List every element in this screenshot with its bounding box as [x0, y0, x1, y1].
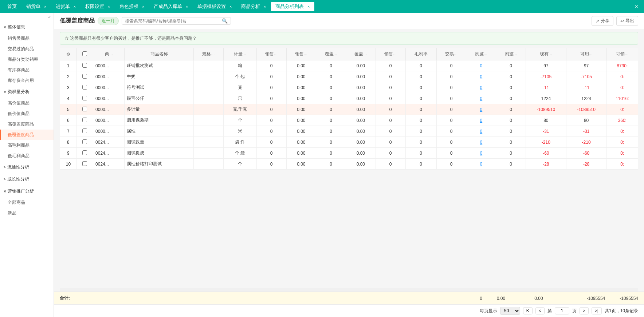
nav-item-permission[interactable]: 权限设置 × [81, 2, 114, 11]
col-coverage2[interactable]: 覆盖... [346, 48, 376, 60]
time-filter-button[interactable]: 近一月 [98, 17, 119, 25]
sidebar-section-growth[interactable]: > 成长性分析 [0, 173, 54, 185]
col-coverage1[interactable]: 覆盖... [316, 48, 346, 60]
row-browse1[interactable]: 0 [466, 104, 496, 115]
col-sale-data[interactable]: 销售... [376, 48, 405, 60]
nav-item-role[interactable]: 角色授权 × [115, 2, 149, 11]
sidebar-item-low-coverage[interactable]: 低覆盖度商品 [0, 130, 54, 140]
row-checkbox[interactable] [76, 104, 93, 115]
sidebar-item-high-value[interactable]: 高价值商品 [0, 98, 54, 108]
row-browse1[interactable]: 0 [466, 159, 496, 170]
nav-item-sales[interactable]: 销货单 × [22, 2, 51, 11]
next-page-button[interactable]: > [580, 307, 589, 314]
row-checkbox[interactable] [76, 126, 93, 137]
nav-item-home[interactable]: 首页 [3, 2, 21, 11]
row-select-checkbox[interactable] [82, 107, 87, 111]
totals-label: 合计: [60, 295, 70, 301]
nav-item-analysis-list[interactable]: 商品分析列表 × [271, 2, 314, 11]
sidebar-section-flow[interactable]: > 流通性分析 [0, 161, 54, 173]
col-available[interactable]: 可用... [566, 48, 606, 60]
last-page-button[interactable]: >| [592, 307, 602, 314]
row-checkbox[interactable] [76, 60, 93, 71]
col-saleable[interactable]: 可销... [606, 48, 638, 60]
row-browse1[interactable]: 0 [466, 148, 496, 159]
page-number-input[interactable] [555, 307, 569, 314]
row-select-checkbox[interactable] [82, 118, 87, 122]
nav-close-template[interactable]: × [229, 4, 232, 9]
sidebar-item-inventory-capital[interactable]: 库存资金占用 [0, 75, 54, 86]
row-checkbox[interactable] [76, 159, 93, 170]
row-available: -210 [566, 137, 606, 148]
col-code[interactable]: 商... [93, 48, 125, 60]
nav-close-permission[interactable]: × [108, 4, 110, 9]
nav-item-template[interactable]: 单据模板设置 × [193, 2, 236, 11]
col-browse2[interactable]: 浏览... [496, 48, 526, 60]
nav-item-purchase[interactable]: 进货单 × [51, 2, 80, 11]
nav-item-analysis[interactable]: 商品分析 × [237, 2, 270, 11]
nav-item-production[interactable]: 产成品入库单 × [149, 2, 192, 11]
col-sale-qty[interactable]: 销售... [256, 48, 286, 60]
sidebar-item-high-coverage[interactable]: 高覆盖度商品 [0, 119, 54, 130]
first-page-button[interactable]: K [523, 307, 533, 314]
nav-close-analysis[interactable]: × [264, 4, 266, 9]
sidebar-item-low-value[interactable]: 低价值商品 [0, 108, 54, 119]
sidebar-item-stocked-goods[interactable]: 有库存商品 [0, 65, 54, 75]
row-checkbox[interactable] [76, 71, 93, 82]
row-checkbox[interactable] [76, 115, 93, 126]
sidebar-collapse-button[interactable]: « [0, 13, 54, 21]
table-container[interactable]: ⚙ 商... 商品名称 规格... 计量... 销售... 销售... 覆盖..… [60, 48, 638, 288]
row-select-checkbox[interactable] [82, 85, 87, 90]
col-unit[interactable]: 计量... [223, 48, 256, 60]
sidebar-item-high-profit[interactable]: 高毛利商品 [0, 140, 54, 151]
col-transaction[interactable]: 交易... [436, 48, 466, 60]
page-size-select[interactable]: 50 100 200 [500, 307, 520, 315]
row-select-checkbox[interactable] [82, 63, 87, 68]
row-select-checkbox[interactable] [82, 96, 87, 100]
nav-close-production[interactable]: × [186, 4, 188, 9]
col-checkbox[interactable] [76, 48, 93, 60]
col-browse1[interactable]: 浏览... [466, 48, 496, 60]
row-select-checkbox[interactable] [82, 74, 87, 79]
row-checkbox[interactable] [76, 82, 93, 93]
row-browse1[interactable]: 0 [466, 93, 496, 104]
sidebar-item-category-rate[interactable]: 商品分类动销率 [0, 54, 54, 65]
sidebar-item-traded-goods[interactable]: 交易过的商品 [0, 44, 54, 54]
nav-close-analysis-list[interactable]: × [307, 4, 310, 9]
search-input[interactable] [125, 19, 222, 24]
row-browse1[interactable]: 0 [466, 82, 496, 93]
col-spec[interactable]: 规格... [193, 48, 223, 60]
export-button[interactable]: ↩ 导出 [616, 16, 638, 26]
close-all-button[interactable]: × [632, 3, 641, 11]
sidebar-section-overall[interactable]: ∨ 整体信息 [0, 21, 54, 33]
row-browse1[interactable]: 0 [466, 126, 496, 137]
nav-close-purchase[interactable]: × [74, 4, 76, 9]
row-checkbox[interactable] [76, 137, 93, 148]
row-select-checkbox[interactable] [82, 150, 87, 155]
row-checkbox[interactable] [76, 93, 93, 104]
row-browse1[interactable]: 0 [466, 60, 496, 71]
col-settings[interactable]: ⚙ [60, 48, 77, 60]
row-browse1[interactable]: 0 [466, 137, 496, 148]
row-select-checkbox[interactable] [82, 128, 87, 133]
sidebar-item-sales-goods[interactable]: 销售类商品 [0, 33, 54, 44]
sidebar-item-all-goods[interactable]: 全部商品 [0, 197, 54, 208]
nav-close-sales[interactable]: × [44, 4, 46, 9]
sidebar-item-low-profit[interactable]: 低毛利商品 [0, 151, 54, 161]
col-name[interactable]: 商品名称 [125, 48, 194, 60]
col-gross-rate[interactable]: 毛利率 [405, 48, 436, 60]
sidebar-section-marketing[interactable]: ∨ 营销推广分析 [0, 185, 54, 197]
nav-close-role[interactable]: × [142, 4, 144, 9]
row-checkbox[interactable] [76, 148, 93, 159]
row-select-checkbox[interactable] [82, 161, 87, 166]
sidebar-item-new-goods[interactable]: 新品 [0, 208, 54, 218]
share-button[interactable]: ↗ 分享 [592, 16, 613, 26]
sidebar-section-cluster[interactable]: ∨ 类群量分析 [0, 86, 54, 98]
row-browse1[interactable]: 0 [466, 71, 496, 82]
col-current[interactable]: 现有... [526, 48, 566, 60]
col-sale-amount[interactable]: 销售... [286, 48, 316, 60]
select-all-checkbox[interactable] [82, 51, 87, 56]
row-select-checkbox[interactable] [82, 139, 87, 144]
prev-page-button[interactable]: < [535, 307, 545, 314]
scrollbar[interactable] [60, 288, 638, 292]
row-browse1[interactable]: 0 [466, 115, 496, 126]
